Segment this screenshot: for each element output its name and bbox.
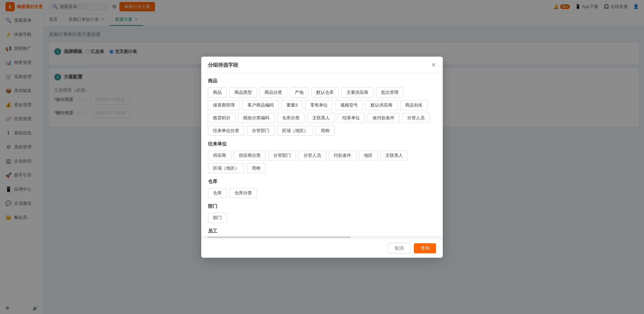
field-group-partner-title: 往来单位 — [208, 141, 436, 147]
field-tag[interactable]: 商品类型 — [229, 87, 257, 98]
modal-overlay: 分组待选字段 ✕ 商品 商品 商品类型 商品分类 产地 默认仓库 主要供应商 批… — [0, 0, 644, 314]
field-group-partner: 往来单位 供应商 供应商分类 分管部门 分管人员 付款条件 地区 主联系人 区域… — [208, 141, 436, 173]
field-group-warehouse: 仓库 仓库 仓库分类 — [208, 179, 436, 198]
modal-footer: 取消 查询 — [201, 239, 443, 258]
field-tag[interactable]: 商品别名 — [400, 100, 428, 110]
modal-header: 分组待选字段 ✕ — [201, 57, 443, 73]
field-select-modal: 分组待选字段 ✕ 商品 商品 商品类型 商品分类 产地 默认仓库 主要供应商 批… — [201, 57, 443, 258]
field-tag[interactable]: 收付款条件 — [368, 113, 399, 123]
field-tag[interactable]: 主联系人 — [307, 113, 335, 123]
confirm-button[interactable]: 查询 — [414, 243, 436, 253]
field-group-department-title: 部门 — [208, 203, 436, 209]
partner-field-tags: 供应商 供应商分类 分管部门 分管人员 付款条件 地区 主联系人 区域（地区） … — [208, 150, 436, 173]
cancel-button[interactable]: 取消 — [388, 243, 411, 254]
field-tag[interactable]: 主联系人 — [380, 150, 408, 161]
field-tag[interactable]: 地区 — [359, 150, 378, 161]
field-tag[interactable]: 仓库分类 — [229, 188, 257, 198]
modal-body[interactable]: 商品 商品 商品类型 商品分类 产地 默认仓库 主要供应商 批次管理 保质期管理… — [201, 73, 443, 236]
field-tag[interactable]: 默认供应商 — [366, 100, 397, 110]
field-tag[interactable]: 简称 — [316, 126, 335, 136]
field-tag[interactable]: 零售单位 — [305, 100, 333, 110]
field-tag[interactable]: 区域（地区） — [208, 163, 244, 173]
field-group-goods: 商品 商品 商品类型 商品分类 产地 默认仓库 主要供应商 批次管理 保质期管理… — [208, 78, 436, 136]
field-tag[interactable]: 商品分类 — [260, 87, 287, 98]
field-tag[interactable]: 分管人员 — [402, 113, 430, 123]
field-tag[interactable]: 产地 — [290, 87, 309, 98]
field-tag[interactable]: 默认仓库 — [311, 87, 339, 98]
field-tag[interactable]: 往来单位分类 — [208, 126, 244, 136]
field-tag[interactable]: 部门 — [208, 213, 227, 223]
department-field-tags: 部门 — [208, 213, 436, 223]
field-group-goods-title: 商品 — [208, 78, 436, 84]
field-tag[interactable]: 重量3 — [281, 100, 303, 110]
goods-field-tags: 商品 商品类型 商品分类 产地 默认仓库 主要供应商 批次管理 保质期管理 客户… — [208, 87, 436, 136]
field-tag[interactable]: 炼货积分 — [208, 113, 235, 123]
modal-close-button[interactable]: ✕ — [431, 62, 436, 68]
warehouse-field-tags: 仓库 仓库分类 — [208, 188, 436, 198]
field-group-department: 部门 部门 — [208, 203, 436, 223]
field-tag[interactable]: 结算单位 — [337, 113, 365, 123]
field-group-employee-title: 员工 — [208, 228, 436, 234]
field-tag[interactable]: 区域（地区） — [277, 126, 313, 136]
field-tag[interactable]: 主要供应商 — [341, 87, 373, 98]
field-tag[interactable]: 商品 — [208, 87, 227, 98]
field-group-employee: 员工 业务员 — [208, 228, 436, 236]
field-tag[interactable]: 简称 — [247, 163, 266, 173]
field-tag[interactable]: 保质期管理 — [208, 100, 240, 110]
field-tag[interactable]: 仓库分类 — [277, 113, 305, 123]
field-tag[interactable]: 税收分类编码 — [238, 113, 274, 123]
field-tag[interactable]: 客户商品编码 — [243, 100, 279, 110]
field-tag[interactable]: 分管部门 — [247, 126, 274, 136]
field-tag[interactable]: 仓库 — [208, 188, 227, 198]
field-group-warehouse-title: 仓库 — [208, 179, 436, 185]
field-tag[interactable]: 分管部门 — [268, 150, 296, 161]
field-tag[interactable]: 供应商 — [208, 150, 231, 161]
field-tag[interactable]: 批次管理 — [376, 87, 404, 98]
modal-title: 分组待选字段 — [208, 62, 238, 68]
field-tag[interactable]: 规格型号 — [335, 100, 363, 110]
field-tag[interactable]: 供应商分类 — [234, 150, 266, 161]
modal-hscroll-bar — [207, 237, 351, 238]
modal-horizontal-scrollbar[interactable] — [201, 236, 443, 239]
field-tag[interactable]: 付款条件 — [329, 150, 356, 161]
field-tag[interactable]: 分管人员 — [299, 150, 326, 161]
